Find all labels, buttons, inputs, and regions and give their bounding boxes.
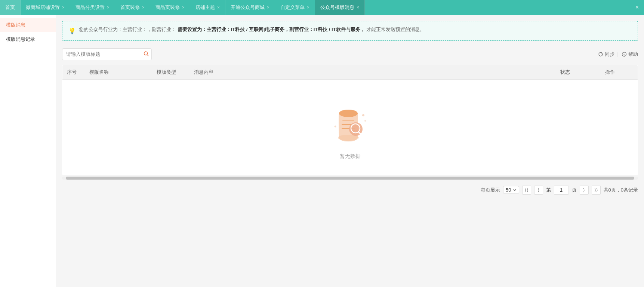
close-store-theme-icon[interactable]: × — [217, 5, 220, 10]
sync-button[interactable]: 同步 — [598, 51, 614, 58]
col-header-name: 模版名称 — [85, 65, 152, 79]
info-banner: 💡 您的公众号行业为：主营行业：，副营行业： 需要设置为：主营行业：IT科技 /… — [62, 21, 638, 41]
table-header-row: 序号 模版名称 模版类型 消息内容 状态 操作 — [62, 65, 638, 79]
search-bar: 同步 | ? 帮助 — [62, 48, 638, 60]
col-header-index: 序号 — [62, 65, 85, 79]
svg-line-1 — [147, 55, 149, 56]
sidebar-item-template-message[interactable]: 模版消息 — [0, 18, 56, 32]
sync-label: 同步 — [605, 51, 614, 58]
col-header-content: 消息内容 — [189, 65, 556, 79]
nav-tab-home-deco[interactable]: 首页装修 × — [115, 0, 150, 15]
toolbar-right: 同步 | ? 帮助 — [598, 51, 638, 58]
info-suffix: 才能正常发送预置的消息。 — [366, 27, 425, 32]
nav-tab-category-label: 商品分类设置 — [76, 4, 105, 11]
help-label: 帮助 — [628, 51, 638, 58]
close-weishop-icon[interactable]: × — [62, 5, 65, 10]
svg-point-13 — [364, 120, 366, 122]
svg-text:?: ? — [623, 53, 625, 57]
nav-tab-template-msg-label: 公众号模版消息 — [320, 4, 354, 11]
empty-text: 暂无数据 — [340, 153, 361, 160]
empty-illustration — [328, 102, 373, 147]
page-last-button[interactable]: ⟩⟩ — [592, 186, 601, 195]
page-label: 第 — [546, 187, 551, 193]
content-area: 💡 您的公众号行业为：主营行业：，副营行业： 需要设置为：主营行业：IT科技 /… — [56, 15, 644, 287]
per-page-select[interactable]: 50 — [503, 186, 519, 194]
horizontal-scrollbar[interactable] — [62, 177, 638, 180]
close-custom-menu-icon[interactable]: × — [307, 5, 309, 10]
sidebar-item-template-message-record-label: 模版消息记录 — [6, 36, 35, 42]
toolbar-divider: | — [617, 51, 619, 57]
search-button[interactable] — [144, 51, 149, 57]
col-header-actions: 操作 — [601, 65, 638, 79]
col-header-status: 状态 — [556, 65, 601, 79]
sidebar: 模版消息 模版消息记录 — [0, 15, 56, 287]
nav-tab-open-mall[interactable]: 开通公众号商城 × — [225, 0, 275, 15]
nav-tab-home[interactable]: 首页 — [0, 0, 21, 15]
help-button[interactable]: ? 帮助 — [622, 51, 638, 58]
per-page-label: 每页显示 — [481, 187, 500, 193]
empty-state: 暂无数据 — [62, 80, 638, 175]
search-input[interactable] — [62, 48, 152, 60]
nav-tab-weishop[interactable]: 微商城店铺设置 × — [21, 0, 70, 15]
sidebar-item-template-message-record[interactable]: 模版消息记录 — [0, 32, 56, 46]
per-page-value: 50 — [506, 187, 511, 193]
scrollbar-thumb — [66, 177, 634, 180]
svg-point-14 — [334, 125, 336, 127]
nav-tab-custom-menu-label: 自定义菜单 — [280, 4, 305, 11]
bulb-icon: 💡 — [68, 26, 76, 36]
chevron-down-icon — [513, 188, 517, 192]
svg-point-12 — [362, 114, 364, 116]
close-home-deco-icon[interactable]: × — [142, 5, 145, 10]
info-banner-text: 您的公众号行业为：主营行业：，副营行业： 需要设置为：主营行业：IT科技 / 互… — [79, 26, 425, 34]
pagination: 每页显示 50 ⟨⟨ ⟨ 第 页 ⟩ ⟩⟩ 共0页，0条记录 — [62, 181, 638, 196]
nav-tab-store-theme-label: 店铺主题 — [195, 4, 215, 11]
nav-tab-product-deco-label: 商品页装修 — [155, 4, 180, 11]
col-header-type: 模版类型 — [152, 65, 189, 79]
nav-tab-home-label: 首页 — [5, 4, 15, 11]
main-layout: 模版消息 模版消息记录 💡 您的公众号行业为：主营行业：，副营行业： 需要设置为… — [0, 15, 644, 287]
search-input-wrapper — [62, 48, 152, 60]
page-prev-button[interactable]: ⟨ — [534, 186, 543, 195]
nav-tab-template-msg[interactable]: 公众号模版消息 × — [315, 0, 365, 15]
page-total: 共0页，0条记录 — [604, 187, 638, 193]
nav-tab-store-theme[interactable]: 店铺主题 × — [190, 0, 225, 15]
close-category-icon[interactable]: × — [107, 5, 110, 10]
close-template-msg-icon[interactable]: × — [357, 5, 359, 10]
nav-tab-home-deco-label: 首页装修 — [120, 4, 140, 11]
nav-tab-category[interactable]: 商品分类设置 × — [70, 0, 115, 15]
nav-tab-product-deco[interactable]: 商品页装修 × — [150, 0, 190, 15]
close-open-mall-icon[interactable]: × — [267, 5, 269, 10]
page-first-button[interactable]: ⟨⟨ — [522, 186, 531, 195]
info-prefix: 您的公众号行业为：主营行业：，副营行业： — [79, 27, 176, 32]
info-highlight: 需要设置为：主营行业：IT科技 / 互联网|电子商务，副营行业：IT科技 / I… — [178, 27, 365, 32]
table-empty-row: 暂无数据 — [62, 79, 638, 175]
top-nav: 首页 微商城店铺设置 × 商品分类设置 × 首页装修 × 商品页装修 × 店铺主… — [0, 0, 644, 15]
sidebar-item-template-message-label: 模版消息 — [6, 22, 25, 28]
svg-point-5 — [339, 110, 358, 117]
close-product-deco-icon[interactable]: × — [182, 5, 185, 10]
close-all-tabs-button[interactable]: × — [630, 4, 644, 11]
data-table: 序号 模版名称 模版类型 消息内容 状态 操作 — [62, 65, 638, 175]
page-next-button[interactable]: ⟩ — [580, 186, 589, 195]
page-unit: 页 — [572, 187, 577, 193]
nav-tab-weishop-label: 微商城店铺设置 — [26, 4, 60, 11]
nav-tab-open-mall-label: 开通公众号商城 — [231, 4, 265, 11]
page-number-input[interactable] — [554, 186, 569, 195]
nav-tab-custom-menu[interactable]: 自定义菜单 × — [275, 0, 315, 15]
